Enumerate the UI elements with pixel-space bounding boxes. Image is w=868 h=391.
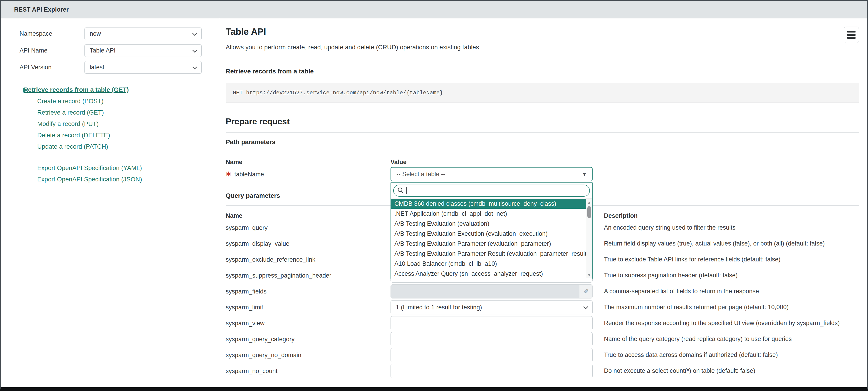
request-url: GET https://dev221527.service-now.com/ap… bbox=[233, 90, 443, 96]
search-icon bbox=[397, 187, 404, 194]
query-param-row: sysparm_limit 1 (Limited to 1 result for… bbox=[226, 299, 859, 315]
edit-pencil-button[interactable]: ✎ bbox=[580, 284, 593, 299]
titlebar: REST API Explorer bbox=[1, 1, 867, 19]
namespace-row: Namespace now bbox=[20, 28, 219, 40]
menu-button[interactable] bbox=[844, 27, 859, 43]
sysparm-no-count-input[interactable] bbox=[391, 364, 593, 378]
api-version-row: API Version latest bbox=[20, 61, 219, 74]
nav-item-update-record[interactable]: Update a record (PATCH) bbox=[37, 143, 108, 150]
sysparm-query-no-domain-input[interactable] bbox=[391, 348, 593, 362]
operations-nav: ▶ Retrieve records from a table (GET) Cr… bbox=[1, 84, 219, 185]
divider bbox=[226, 151, 859, 152]
divider bbox=[226, 58, 859, 58]
dropdown-scrollbar[interactable]: ▲ ▼ bbox=[586, 199, 592, 279]
text-caret bbox=[406, 187, 407, 194]
sysparm-fields-input-disabled bbox=[391, 284, 580, 299]
pencil-icon: ✎ bbox=[583, 287, 589, 296]
dropdown-option[interactable]: A10 Load Balancer (cmdb_ci_lb_a10) bbox=[391, 259, 586, 269]
chevron-down-icon bbox=[583, 304, 588, 309]
chevron-down-icon bbox=[192, 31, 197, 36]
query-param-row: sysparm_fields ✎ A comma-separated list … bbox=[226, 283, 859, 299]
namespace-label: Namespace bbox=[20, 30, 85, 37]
dropdown-option[interactable]: A/B Testing Evaluation (evaluation) bbox=[391, 219, 586, 229]
rest-api-explorer-window: REST API Explorer Namespace now API Name… bbox=[0, 0, 868, 391]
api-version-select[interactable]: latest bbox=[85, 61, 202, 74]
divider bbox=[226, 132, 859, 133]
nav-item-retrieve-records[interactable]: Retrieve records from a table (GET) bbox=[24, 86, 129, 93]
scrollbar-thumb[interactable] bbox=[587, 206, 591, 218]
api-description: Allows you to perform create, read, upda… bbox=[226, 44, 859, 51]
operation-heading: Retrieve records from a table bbox=[226, 68, 859, 75]
query-param-row: sysparm_query_category Name of the query… bbox=[226, 331, 859, 347]
api-title: Table API bbox=[226, 27, 859, 37]
chevron-down-icon bbox=[192, 48, 197, 53]
content: Namespace now API Name Table API API Ver… bbox=[1, 19, 867, 387]
namespace-value: now bbox=[90, 30, 101, 37]
required-asterisk-icon: ✱ bbox=[226, 170, 231, 178]
dropdown-option[interactable]: A/B Testing Evaluation Parameter Result … bbox=[391, 249, 586, 259]
query-param-row: sysparm_no_count Do not execute a select… bbox=[226, 363, 859, 379]
dropdown-arrow-icon: ▼ bbox=[582, 171, 587, 177]
nav-active-row: ▶ Retrieve records from a table (GET) bbox=[1, 84, 219, 95]
nav-active-arrow-icon: ▶ bbox=[1, 86, 23, 93]
api-name-row: API Name Table API bbox=[20, 44, 219, 57]
sysparm-limit-value: 1 (Limited to 1 result for testing) bbox=[396, 304, 482, 311]
sysparm-query-category-input[interactable] bbox=[391, 332, 593, 346]
dropdown-search-input[interactable] bbox=[393, 185, 590, 197]
col-header-value: Value bbox=[391, 159, 604, 166]
col-header-name: Name bbox=[226, 212, 391, 219]
query-param-row: sysparm_view Render the response accordi… bbox=[226, 315, 859, 331]
table-select-value: -- Select a table -- bbox=[396, 171, 445, 178]
sidebar: Namespace now API Name Table API API Ver… bbox=[1, 19, 219, 387]
dropdown-search-zone bbox=[391, 183, 592, 197]
dropdown-option[interactable]: Access Analyzer Query (sn_access_analyze… bbox=[391, 269, 586, 279]
request-url-box: GET https://dev221527.service-now.com/ap… bbox=[226, 83, 859, 103]
scroll-down-icon[interactable]: ▼ bbox=[587, 273, 591, 277]
export-yaml-link[interactable]: Export OpenAPI Specification (YAML) bbox=[37, 164, 142, 172]
api-version-value: latest bbox=[90, 64, 104, 71]
prepare-request-heading: Prepare request bbox=[226, 117, 859, 127]
dropdown-options: CMDB 360 denied classes (cmdb_multisourc… bbox=[391, 198, 592, 279]
dropdown-option[interactable]: CMDB 360 denied classes (cmdb_multisourc… bbox=[391, 199, 586, 209]
path-param-row-tablename: ✱tableName -- Select a table -- ▼ bbox=[226, 166, 859, 182]
export-json-link[interactable]: Export OpenAPI Specification (JSON) bbox=[37, 176, 142, 183]
param-name-tablename: ✱tableName bbox=[226, 170, 391, 178]
dropdown-option[interactable]: A/B Testing Evaluation Execution (evalua… bbox=[391, 229, 586, 239]
table-select-dropdown: CMDB 360 denied classes (cmdb_multisourc… bbox=[391, 182, 593, 279]
page-title: REST API Explorer bbox=[14, 6, 69, 13]
sysparm-fields-control: ✎ bbox=[391, 284, 593, 299]
api-name-select[interactable]: Table API bbox=[85, 44, 202, 57]
dropdown-option[interactable]: A/B Testing Evaluation Parameter (evalua… bbox=[391, 239, 586, 249]
sysparm-limit-select[interactable]: 1 (Limited to 1 result for testing) bbox=[391, 300, 593, 314]
col-header-name: Name bbox=[226, 159, 391, 166]
scroll-up-icon[interactable]: ▲ bbox=[587, 200, 591, 204]
namespace-select[interactable]: now bbox=[85, 28, 202, 40]
menu-icon bbox=[847, 31, 856, 33]
chevron-down-icon bbox=[192, 64, 197, 69]
api-version-label: API Version bbox=[20, 64, 85, 71]
nav-item-delete-record[interactable]: Delete a record (DELETE) bbox=[37, 132, 110, 139]
api-name-label: API Name bbox=[20, 47, 85, 54]
table-select[interactable]: -- Select a table -- ▼ bbox=[391, 167, 593, 181]
api-name-value: Table API bbox=[90, 47, 116, 54]
tablename-value-cell: -- Select a table -- ▼ bbox=[391, 167, 593, 181]
main-panel: Table API Allows you to perform create, … bbox=[219, 19, 867, 387]
nav-item-create-record[interactable]: Create a record (POST) bbox=[37, 97, 103, 105]
export-links: Export OpenAPI Specification (YAML) Expo… bbox=[1, 162, 219, 185]
path-params-header: Name Value bbox=[226, 158, 859, 166]
col-header-description: Description bbox=[604, 212, 859, 219]
query-param-row: sysparm_query_no_domain True to access d… bbox=[226, 347, 859, 363]
dropdown-option[interactable]: .NET Application (cmdb_ci_appl_dot_net) bbox=[391, 209, 586, 219]
nav-item-modify-record[interactable]: Modify a record (PUT) bbox=[37, 120, 98, 128]
sysparm-view-input[interactable] bbox=[391, 316, 593, 330]
path-parameters-heading: Path parameters bbox=[226, 138, 859, 146]
nav-item-retrieve-record[interactable]: Retrieve a record (GET) bbox=[37, 109, 104, 116]
